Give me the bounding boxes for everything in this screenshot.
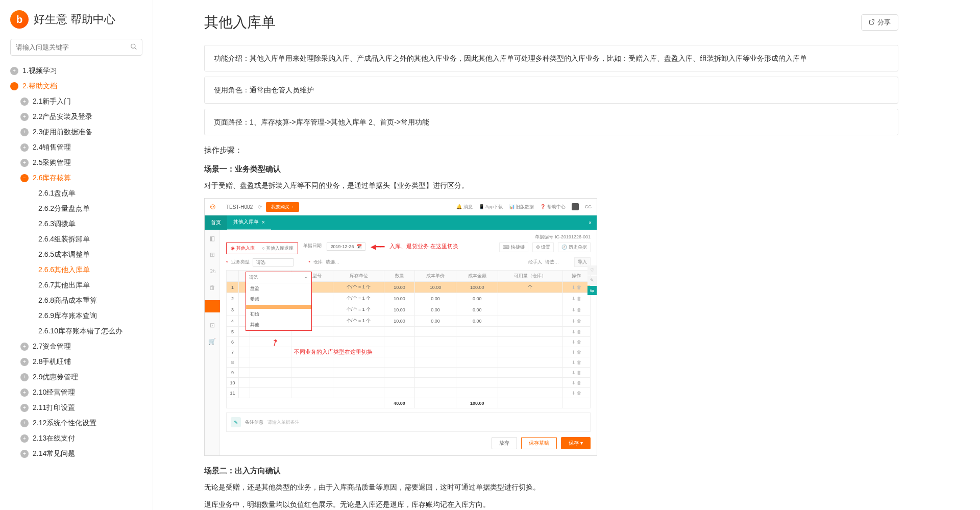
download-icon[interactable]: ⬇ [572, 391, 576, 396]
nav-item[interactable]: 2.6.3调拨单 [10, 216, 142, 232]
delete-icon[interactable]: 🗑 [577, 391, 581, 396]
download-icon[interactable]: ⬇ [572, 307, 576, 312]
download-icon[interactable]: ⬇ [572, 296, 576, 301]
delete-icon[interactable]: 🗑 [577, 380, 581, 385]
shot-tabs-close-icon[interactable]: × [583, 220, 597, 226]
download-icon[interactable]: ⬇ [572, 339, 576, 345]
dd-item-1[interactable]: 受赠 [246, 294, 311, 305]
biztype-input[interactable] [253, 258, 293, 266]
shot-link-user[interactable]: CC [585, 204, 592, 209]
nav-item[interactable]: +2.10经营管理 [10, 385, 142, 400]
owner-value[interactable]: 请选… [545, 259, 559, 265]
nav-item[interactable]: 2.6.9库存账本查询 [10, 308, 142, 324]
table-row-empty[interactable]: 10⬇ 🗑 [227, 378, 591, 388]
dd-item-3[interactable]: 初始 [246, 309, 311, 320]
delete-icon[interactable]: 🗑 [577, 370, 581, 375]
table-row-empty[interactable]: 6⬇ 🗑 [227, 337, 591, 347]
shot-link-msg[interactable]: 🔔 消息 [456, 204, 473, 210]
delete-icon[interactable]: 🗑 [577, 350, 581, 355]
dd-item-0[interactable]: 盘盈 [246, 283, 311, 294]
nav-item[interactable]: −2.6库存核算 [10, 171, 142, 186]
download-icon[interactable]: ⬇ [572, 380, 576, 385]
nav-item[interactable]: 2.6.2分量盘点单 [10, 201, 142, 216]
delete-icon[interactable]: 🗑 [577, 339, 581, 345]
table-row-empty[interactable]: 9⬇ 🗑 [227, 368, 591, 378]
nav-item[interactable]: +2.7资金管理 [10, 339, 142, 354]
type-opt-return[interactable]: ○ 其他入库退库 [262, 245, 294, 252]
rail-icon-1[interactable]: ◧ [209, 235, 215, 242]
nav-item[interactable]: +2.8手机旺铺 [10, 354, 142, 370]
nav-item[interactable]: +1.视频学习 [10, 63, 142, 79]
download-icon[interactable]: ⬇ [572, 285, 576, 290]
rail-icon-3[interactable]: 🛍 [209, 268, 215, 275]
nav-item[interactable]: −2.帮助文档 [10, 79, 142, 94]
nav-item[interactable]: +2.9优惠券管理 [10, 370, 142, 385]
rail-icon-2[interactable]: ⊞ [210, 251, 215, 258]
delete-icon[interactable]: 🗑 [577, 307, 581, 312]
tb-shortcut[interactable]: ⌨ 快捷键 [499, 242, 528, 252]
ware-value[interactable]: 请选… [326, 259, 339, 265]
nav-item[interactable]: +2.12系统个性化设置 [10, 416, 142, 431]
nav-item[interactable]: +2.5采购管理 [10, 155, 142, 171]
nav-item[interactable]: 2.6.5成本调整单 [10, 247, 142, 262]
shot-buy-button[interactable]: 我要购买→ [266, 202, 299, 212]
rr-icon-2[interactable]: ✎ [587, 276, 597, 285]
nav-item[interactable]: +2.14常见问题 [10, 446, 142, 462]
shot-link-old[interactable]: 📊 旧版数据 [509, 204, 534, 210]
shot-link-help[interactable]: ❓ 帮助中心 [540, 204, 566, 210]
nav-item[interactable]: +2.2产品安装及登录 [10, 109, 142, 125]
rr-icon-3[interactable]: ⇆ [587, 286, 597, 295]
search-icon[interactable] [130, 43, 137, 52]
close-icon[interactable]: × [262, 220, 265, 225]
nav-item[interactable]: +2.4销售管理 [10, 140, 142, 155]
shot-tab-home[interactable]: 首页 [205, 215, 227, 230]
download-icon[interactable]: ⬇ [572, 360, 576, 365]
download-icon[interactable]: ⬇ [572, 370, 576, 375]
nav-item[interactable]: 2.6.4组装拆卸单 [10, 232, 142, 247]
tb-history[interactable]: 🕘 历史单据 [558, 242, 591, 252]
plus-icon: + [20, 404, 29, 412]
doc-type-switch[interactable]: ◉ 其他入库 ○ 其他入库退库 [226, 242, 298, 254]
shot-tab-active[interactable]: 其他入库单 × [227, 215, 271, 230]
btn-draft[interactable]: 保存草稿 [521, 437, 557, 449]
shot-link-app[interactable]: 📱 App下载 [479, 204, 503, 210]
download-icon[interactable]: ⬇ [572, 319, 576, 324]
nav-item[interactable]: 2.6.8商品成本重算 [10, 293, 142, 308]
delete-icon[interactable]: 🗑 [577, 329, 581, 334]
shot-top-links: 🔔 消息 📱 App下载 📊 旧版数据 ❓ 帮助中心 CC [456, 203, 597, 210]
tb-settings[interactable]: ⚙ 设置 [532, 242, 554, 252]
delete-icon[interactable]: 🗑 [577, 296, 581, 301]
table-row-empty[interactable]: 11⬇ 🗑 [227, 388, 591, 398]
search-input[interactable] [10, 39, 142, 56]
btn-cancel[interactable]: 放弃 [492, 437, 517, 449]
delete-icon[interactable]: 🗑 [577, 360, 581, 365]
rail-icon-5[interactable]: ⊡ [210, 322, 215, 329]
dd-item-4[interactable]: 其他 [246, 320, 311, 330]
nav-item[interactable]: +2.11打印设置 [10, 400, 142, 416]
avatar-icon[interactable] [572, 203, 579, 210]
nav-item[interactable]: +2.1新手入门 [10, 94, 142, 109]
nav-item[interactable]: 2.6.7其他出库单 [10, 278, 142, 293]
table-row-empty[interactable]: 7⬇ 🗑 [227, 347, 591, 357]
nav-item[interactable]: 2.6.6其他入库单 [10, 262, 142, 278]
dd-item-2[interactable] [246, 305, 311, 309]
rr-icon-1[interactable]: ♡ [587, 265, 597, 275]
nav-item[interactable]: +2.3使用前数据准备 [10, 125, 142, 140]
nav-item[interactable]: 2.6.10库存账本错了怎么办 [10, 324, 142, 339]
download-icon[interactable]: ⬇ [572, 329, 576, 334]
date-input[interactable]: 2019-12-26 📅 [327, 242, 365, 251]
delete-icon[interactable]: 🗑 [577, 285, 581, 290]
share-button[interactable]: 分享 [861, 14, 898, 31]
download-icon[interactable]: ⬇ [572, 350, 576, 355]
btn-save[interactable]: 保存 ▾ [561, 437, 591, 449]
rail-icon-4[interactable]: 🗑 [209, 284, 215, 291]
rail-icon-active[interactable] [205, 300, 220, 312]
delete-icon[interactable]: 🗑 [577, 319, 581, 324]
rail-icon-6[interactable]: 🛒 [208, 338, 216, 345]
note-placeholder[interactable]: 请输入单据备注 [267, 419, 300, 426]
table-row-empty[interactable]: 8⬇ 🗑 [227, 357, 591, 368]
nav-item[interactable]: 2.6.1盘点单 [10, 186, 142, 201]
nav-item[interactable]: +2.13在线支付 [10, 431, 142, 446]
type-opt-in[interactable]: ◉ 其他入库 [231, 245, 255, 252]
nav-tree: +1.视频学习−2.帮助文档+2.1新手入门+2.2产品安装及登录+2.3使用前… [10, 63, 142, 462]
